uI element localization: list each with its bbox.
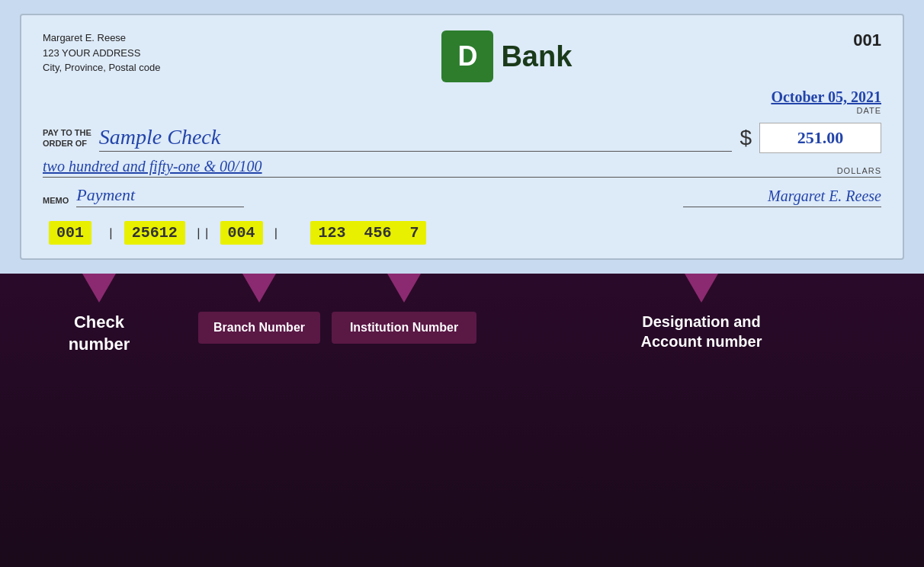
memo-line: Payment <box>76 185 244 207</box>
td-letter: D <box>457 40 477 72</box>
annotation-area: Check number Branch Number Institution N… <box>0 274 924 567</box>
owner-address2: City, Province, Postal code <box>43 60 160 75</box>
institution-number-label: Institution Number <box>332 312 476 344</box>
micr-sep3: ❘ <box>272 225 281 242</box>
td-logo-box: D <box>441 30 493 82</box>
check: Margaret E. Reese 123 YOUR ADDRESS City,… <box>20 14 904 260</box>
branch-number-label: Branch Number <box>198 312 320 344</box>
signature-line: Margaret E. Reese <box>683 187 881 207</box>
memo-value: Payment <box>76 185 135 204</box>
check-number-annotation: Check number <box>38 274 160 355</box>
pay-to-label: PAY TO THEORDER OF <box>43 127 91 149</box>
pay-row: PAY TO THEORDER OF Sample Check $ 251.00 <box>43 123 881 153</box>
memo-label: MEMO <box>43 196 69 205</box>
branch-number-arrow <box>242 274 276 303</box>
micr-sep1: ❘ <box>107 225 115 242</box>
designation-annotation: Designation and Account number <box>602 274 800 351</box>
micr-institution: 004 <box>220 221 263 245</box>
check-background: Margaret E. Reese 123 YOUR ADDRESS City,… <box>0 0 924 274</box>
dollars-label: DOLLARS <box>837 166 881 175</box>
check-number-label: Check number <box>69 312 130 355</box>
memo-section: MEMO Payment <box>43 185 244 207</box>
owner-address: Margaret E. Reese 123 YOUR ADDRESS City,… <box>43 30 160 75</box>
memo-row: MEMO Payment Margaret E. Reese <box>43 185 881 207</box>
dollar-sign: $ <box>740 126 752 150</box>
written-amount: two hundred and fifty-one & 00/100 <box>43 158 262 175</box>
check-number-top: 001 <box>853 30 881 50</box>
bank-name: Bank <box>501 40 572 73</box>
micr-account: 123 ⁣⁣ 456 ⁣⁣⁣ 7⁣ <box>310 221 426 245</box>
bank-logo: D Bank <box>441 30 572 82</box>
date-label: DATE <box>43 106 881 115</box>
designation-label: Designation and Account number <box>641 312 762 351</box>
institution-number-arrow <box>387 274 421 303</box>
micr-sep2: ❘❘ <box>194 225 211 242</box>
micr-check-number: 001 <box>49 221 91 245</box>
micr-branch: 25612 <box>124 221 185 245</box>
designation-arrow <box>685 274 718 303</box>
institution-number-annotation: Institution Number <box>320 274 488 344</box>
branch-number-annotation: Branch Number <box>191 274 328 344</box>
micr-row: ⁢ 001 ⁢ ❘ 25612 ❘❘ 004 ❘ 123 ⁣⁣ 456 ⁣⁣⁣ … <box>43 221 881 245</box>
payee-name: Sample Check <box>99 125 220 149</box>
date-row: October 05, 2021 DATE <box>43 88 881 115</box>
check-date: October 05, 2021 <box>43 88 881 106</box>
owner-address1: 123 YOUR ADDRESS <box>43 46 160 61</box>
check-number-area: 001 <box>853 30 881 50</box>
written-amount-row: two hundred and fifty-one & 00/100 DOLLA… <box>43 158 881 178</box>
owner-name: Margaret E. Reese <box>43 30 160 46</box>
payee-line: Sample Check <box>99 125 733 152</box>
signature: Margaret E. Reese <box>768 187 881 204</box>
check-number-arrow <box>82 274 116 303</box>
amount-box: 251.00 <box>759 123 881 153</box>
check-top-row: Margaret E. Reese 123 YOUR ADDRESS City,… <box>43 30 881 82</box>
